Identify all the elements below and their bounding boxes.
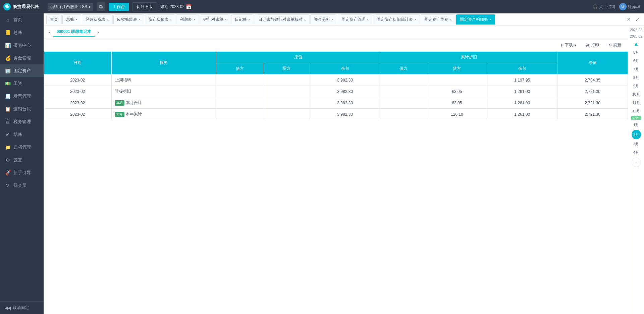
tab-label: 固定资产类别 — [424, 17, 448, 22]
tab-close-icon[interactable]: × — [414, 18, 416, 21]
cell-accum-balance: 1,197.95 — [487, 74, 557, 86]
tab-close-icon[interactable]: × — [225, 18, 227, 21]
sidebar-item-guide[interactable]: 🚀 新手引导 — [0, 166, 44, 179]
home-icon: ⌂ — [5, 17, 11, 22]
sub-tab-asset[interactable]: 000001 联想笔记本 — [53, 28, 95, 37]
tab-固定资产管理[interactable]: 固定资产管理× — [338, 14, 373, 24]
finance-icon: 💰 — [5, 55, 11, 61]
tabs-expand-button[interactable]: ⤢ — [634, 16, 641, 23]
tab-应收账龄表[interactable]: 应收账龄表× — [113, 14, 144, 24]
tab-总账[interactable]: 总账× — [62, 14, 81, 24]
topbar: (劲功) 江西服业-LSS ▾ ⧉ 工作台 切到旧版 账期 2023-02 📅 … — [44, 0, 644, 13]
row-tag: 本月 — [115, 100, 124, 106]
help-button[interactable]: 🎧 人工咨询 — [593, 4, 615, 10]
tab-日记账与银行对账单核对[interactable]: 日记账与银行对账单核对× — [255, 14, 310, 24]
sidebar-item-salary[interactable]: 💵 工资 — [0, 77, 44, 90]
tab-银行对账单[interactable]: 银行对账单× — [200, 14, 230, 24]
tab-利润表[interactable]: 利润表× — [176, 14, 199, 24]
tab-close-icon[interactable]: × — [107, 18, 109, 21]
tab-close-icon[interactable]: × — [193, 18, 195, 21]
right-panel-month-10月[interactable]: 10月 — [628, 90, 644, 99]
tab-固定资产类别[interactable]: 固定资产类别× — [421, 14, 455, 24]
tab-固定资产明细账[interactable]: 固定资产明细账× — [456, 14, 495, 24]
tab-label: 日记账与银行对账单核对 — [258, 17, 303, 22]
col-accum-balance: 余额 — [487, 63, 557, 74]
right-panel-month-9月[interactable]: 9月 — [628, 82, 644, 90]
download-button[interactable]: ⬇ 下载 ▾ — [557, 41, 579, 49]
cell-net-value: 2,721.30 — [557, 86, 628, 97]
right-panel-month-7月[interactable]: 7月 — [628, 65, 644, 73]
right-panel-date-top2[interactable]: 2023.02 — [628, 33, 644, 40]
sidebar-item-ledger[interactable]: 📒 总账 — [0, 26, 44, 39]
right-panel-month-4月[interactable]: 4月 — [628, 148, 644, 157]
tab-label: 总账 — [66, 17, 74, 22]
right-panel-month-8月[interactable]: 8月 — [628, 73, 644, 82]
tab-close-icon[interactable]: × — [331, 18, 333, 21]
vip-icon: V — [5, 183, 11, 188]
tab-经营状况表[interactable]: 经营状况表× — [82, 14, 113, 24]
chevron-down-icon: ▾ — [89, 4, 91, 9]
right-panel-month-3月[interactable]: 3月 — [628, 140, 644, 148]
col-orig-balance: 余额 — [310, 63, 380, 74]
tab-固定资产折旧统计表[interactable]: 固定资产折旧统计表× — [373, 14, 420, 24]
sidebar-item-vip[interactable]: V 畅会员 — [0, 179, 44, 192]
user-menu[interactable]: 徐 徐泽华 — [619, 3, 640, 10]
cell-orig-balance: 3,982.30 — [310, 109, 380, 120]
sub-tabs: ‹ 000001 联想笔记本 › — [44, 25, 628, 39]
right-panel-month-5月[interactable]: 5月 — [628, 48, 644, 57]
sidebar-item-archive[interactable]: 📁 归档管理 — [0, 141, 44, 154]
tab-close-icon[interactable]: × — [304, 18, 306, 21]
right-panel-month-1月[interactable]: 1月 — [628, 121, 644, 129]
right-panel-scroll-indicator[interactable]: ○ — [632, 158, 641, 167]
sidebar-item-label-guide: 新手引导 — [13, 170, 31, 176]
cell-orig-credit — [263, 86, 310, 97]
sidebar-item-home[interactable]: ⌂ 首页 — [0, 13, 44, 26]
sidebar-item-invoice[interactable]: 🧾 发票管理 — [0, 90, 44, 103]
tabs-close-all-button[interactable]: ✕ — [625, 16, 633, 23]
next-nav-icon[interactable]: › — [96, 30, 100, 35]
sidebar-item-finance[interactable]: 💰 资金管理 — [0, 52, 44, 64]
headset-icon: 🎧 — [593, 4, 598, 9]
workbench-button[interactable]: 工作台 — [109, 3, 129, 11]
cell-orig-debit — [216, 86, 263, 97]
sidebar-item-reports[interactable]: 📊 报表中心 — [0, 39, 44, 52]
right-panel-month-2月[interactable]: 2月 — [632, 130, 641, 139]
tab-首页[interactable]: 首页 — [46, 14, 62, 24]
sidebar-item-purchase-sales[interactable]: 📋 进销台账 — [0, 103, 44, 115]
tab-close-icon[interactable]: × — [75, 18, 77, 21]
tab-close-icon[interactable]: × — [367, 18, 369, 21]
tax-icon: 🏛 — [5, 119, 11, 124]
sidebar-item-tax[interactable]: 🏛 税务管理 — [0, 115, 44, 128]
right-panel-month-6月[interactable]: 6月 — [628, 57, 644, 65]
refresh-button[interactable]: ↻ 刷新 — [606, 41, 624, 49]
col-orig-value: 原值 — [216, 52, 380, 63]
print-button[interactable]: 🖨 打印 — [583, 41, 602, 49]
right-panel-month-11月[interactable]: 11月 — [628, 99, 644, 107]
right-panel-date-top1[interactable]: 2023.02 — [628, 27, 644, 33]
tab-close-icon[interactable]: × — [489, 18, 491, 21]
copy-icon[interactable]: ⧉ — [97, 2, 105, 11]
right-panel-month-12月[interactable]: 12月 — [628, 107, 644, 115]
prev-nav-icon[interactable]: ‹ — [48, 30, 52, 35]
calendar-icon[interactable]: 📅 — [186, 4, 192, 9]
tab-close-icon[interactable]: × — [248, 18, 250, 21]
sidebar-item-checkout[interactable]: ✔ 结账 — [0, 128, 44, 141]
table-row: 2023-02 上期结转 3,982.30 1,197.95 2,784.35 — [44, 74, 628, 86]
col-date: 日期 — [44, 52, 112, 74]
col-orig-credit: 贷方 — [263, 63, 310, 74]
sidebar-unpin[interactable]: ◀◀ 取消固定 — [0, 301, 44, 314]
tab-close-icon[interactable]: × — [450, 18, 452, 21]
col-net-value: 净值 — [557, 52, 628, 74]
switch-old-button[interactable]: 切到旧版 — [132, 2, 157, 11]
tab-日记账[interactable]: 日记账× — [231, 14, 254, 24]
right-panel-scroll-up[interactable]: ▲ — [632, 40, 640, 48]
logo-icon: 畅 — [3, 3, 11, 10]
sidebar-item-settings[interactable]: ⚙ 设置 — [0, 154, 44, 166]
tab-close-icon[interactable]: × — [170, 18, 172, 21]
tab-资产负债表[interactable]: 资产负债表× — [145, 14, 176, 24]
tab-资金分析[interactable]: 资金分析× — [310, 14, 337, 24]
tab-close-icon[interactable]: × — [139, 18, 141, 21]
col-accum-credit: 贷方 — [427, 63, 487, 74]
sidebar-item-fixed-assets[interactable]: 🏢 固定资产 — [0, 64, 44, 77]
company-selector[interactable]: (劲功) 江西服业-LSS ▾ — [48, 3, 93, 11]
